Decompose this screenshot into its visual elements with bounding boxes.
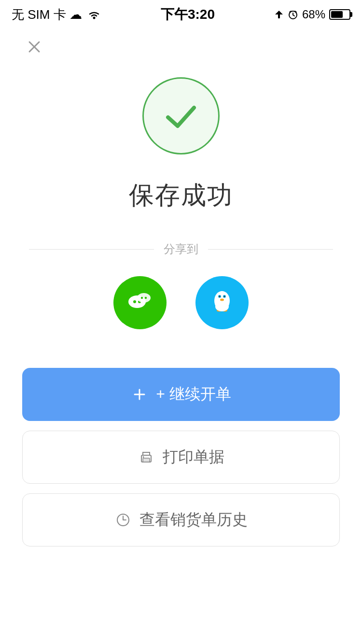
svg-rect-25	[143, 458, 150, 462]
share-label: 分享到	[154, 241, 208, 257]
svg-point-16	[219, 296, 221, 297]
qq-share-button[interactable]	[195, 276, 249, 329]
svg-point-21	[215, 302, 229, 311]
wechat-icon	[125, 287, 155, 318]
svg-point-17	[224, 296, 225, 297]
print-button[interactable]: 打印单据	[22, 431, 340, 484]
svg-point-9	[137, 293, 151, 303]
wifi-icon	[87, 9, 101, 20]
alarm-icon	[288, 9, 298, 20]
history-button[interactable]: 查看销货单历史	[22, 493, 340, 546]
print-icon	[138, 448, 155, 466]
continue-label: + 继续开单	[156, 384, 231, 405]
success-circle	[142, 77, 220, 154]
share-icons	[113, 276, 249, 329]
success-title: 保存成功	[129, 179, 233, 212]
qq-icon	[207, 287, 237, 318]
wechat-share-button[interactable]	[113, 276, 167, 329]
status-time: 下午3:20	[161, 5, 215, 24]
actions: + 继续开单 打印单据 查看销货单历史	[0, 368, 362, 546]
divider-right	[208, 249, 333, 250]
divider-left	[29, 249, 154, 250]
history-label: 查看销货单历史	[139, 509, 248, 531]
svg-point-18	[220, 299, 224, 301]
sim-signal: 无 SIM 卡 ☁	[12, 6, 82, 23]
location-icon	[274, 10, 284, 19]
continue-button[interactable]: + 继续开单	[22, 368, 340, 421]
svg-line-3	[293, 15, 294, 16]
history-icon	[114, 511, 132, 529]
status-left: 无 SIM 卡 ☁	[12, 6, 101, 23]
svg-point-26	[143, 456, 144, 458]
svg-point-10	[141, 297, 143, 299]
svg-point-7	[133, 300, 136, 303]
svg-point-11	[145, 297, 147, 299]
status-right: 68%	[274, 8, 350, 21]
plus-icon	[131, 386, 148, 403]
print-label: 打印单据	[163, 447, 224, 468]
svg-point-0	[93, 17, 95, 19]
share-divider: 分享到	[0, 241, 362, 257]
main-content: 保存成功 分享到	[0, 29, 362, 546]
status-bar: 无 SIM 卡 ☁ 下午3:20 68%	[0, 0, 362, 29]
close-button[interactable]	[22, 35, 46, 59]
battery-icon	[329, 9, 350, 20]
battery-percent: 68%	[302, 8, 325, 21]
